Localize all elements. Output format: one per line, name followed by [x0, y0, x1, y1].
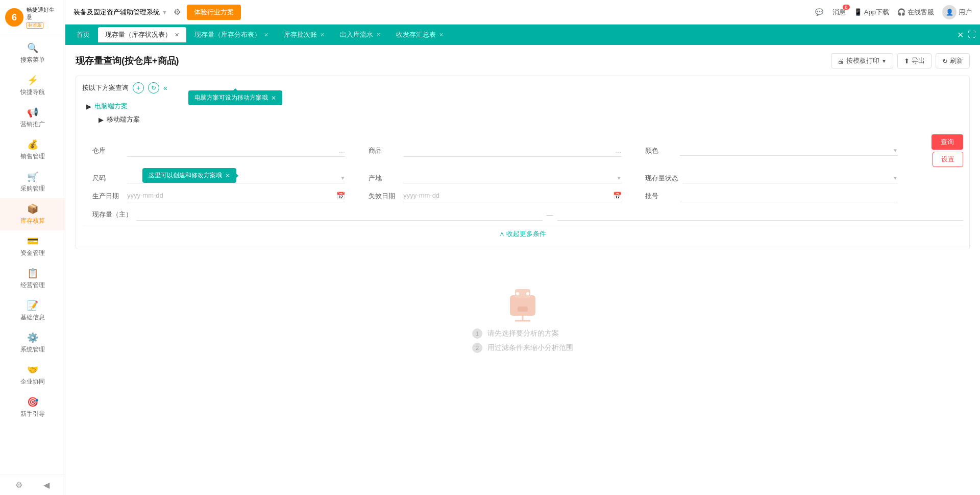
product-input[interactable]: … — [403, 145, 621, 157]
tab-inventory-dist[interactable]: 现存量（库存分布表） ✕ — [187, 27, 276, 42]
sidebar-item-operations[interactable]: 📋 经营管理 — [0, 263, 65, 295]
fullscreen-icon[interactable]: ⛶ — [968, 30, 976, 39]
tab-inventory-status[interactable]: 现存量（库存状况表） ✕ — [98, 27, 186, 42]
inventory-icon: 📦 — [27, 203, 38, 215]
phone-icon: 📱 — [854, 8, 862, 16]
sidebar-item-sales[interactable]: 💰 销售管理 — [0, 134, 65, 166]
tab-bar-right: ✕ ⛶ — [957, 30, 976, 40]
refresh-icon: ↻ — [942, 57, 948, 65]
svg-rect-4 — [518, 307, 528, 312]
sales-icon: 💰 — [27, 139, 38, 150]
calendar-icon: 📅 — [336, 192, 345, 200]
tab-batch-ledger[interactable]: 库存批次账 ✕ — [277, 27, 332, 42]
export-button[interactable]: ⬆ 导出 — [897, 53, 932, 68]
tab-in-out-flow[interactable]: 出入库流水 ✕ — [333, 27, 388, 42]
refresh-button[interactable]: ↻ 刷新 — [936, 53, 970, 68]
flash-icon: ⚡ — [27, 75, 38, 86]
sidebar-item-marketing[interactable]: 📢 营销推广 — [0, 102, 65, 134]
tab-close-icon[interactable]: ✕ — [264, 32, 268, 38]
tab-close-icon[interactable]: ✕ — [439, 32, 444, 38]
sidebar-item-search[interactable]: 🔍 搜索菜单 — [0, 37, 65, 69]
inventory-qty-max-input[interactable] — [557, 208, 964, 221]
filter-section: 电脑方案可设为移动方案哦 ✕ 这里可以创建和修改方案哦 ✕ 按以下方案查询 + … — [76, 76, 970, 249]
filter-back-button[interactable]: « — [163, 84, 167, 92]
tab-label: 现存量（库存状况表） — [105, 30, 172, 39]
message-item[interactable]: 💬 8 消息 — [815, 8, 846, 17]
online-support-item[interactable]: 🎧 在线客服 — [897, 8, 934, 17]
basic-icon: 📝 — [27, 300, 38, 311]
footer-settings-icon[interactable]: ⚙ — [15, 480, 22, 490]
svg-point-3 — [526, 292, 529, 295]
field-inventory-status: 现存量状态 ▼ — [645, 173, 898, 183]
header-settings-icon[interactable]: ⚙ — [174, 7, 181, 17]
page-title-bar: 现存量查询(按仓库+商品) 🖨 按模板打印 ▼ ⬆ 导出 ↻ 刷新 — [76, 53, 970, 68]
tab-label: 收发存汇总表 — [396, 30, 436, 39]
field-inventory-qty: 现存量（主） — — [92, 208, 963, 221]
inventory-qty-min-input[interactable] — [136, 208, 543, 221]
empty-state-icon — [500, 280, 546, 326]
sidebar-item-label: 采购管理 — [20, 184, 45, 193]
sidebar-item-label: 企业协同 — [20, 378, 45, 386]
batch-no-input[interactable] — [680, 190, 898, 202]
color-select[interactable]: ▼ — [680, 146, 898, 156]
sidebar-item-label: 库存核算 — [20, 217, 45, 225]
tab-home[interactable]: 首页 — [69, 27, 97, 42]
collapse-bar[interactable]: ∧ 收起更多条件 — [82, 225, 963, 243]
operations-icon: 📋 — [27, 268, 38, 279]
arrow-right-icon: ▶ — [86, 103, 91, 110]
app-download-item[interactable]: 📱 App下载 — [854, 8, 889, 17]
page-title: 现存量查询(按仓库+商品) — [76, 55, 179, 67]
sidebar-item-basic-info[interactable]: 📝 基础信息 — [0, 295, 65, 327]
expiry-date-input[interactable]: yyyy-mm-dd 📅 — [403, 190, 621, 202]
hint-number-1: 1 — [472, 328, 482, 339]
filter-add-button[interactable]: + — [133, 82, 144, 93]
user-item[interactable]: 👤 用户 — [942, 5, 972, 19]
footer-collapse-icon[interactable]: ◀ — [43, 480, 50, 490]
sidebar-item-system[interactable]: ⚙️ 系统管理 — [0, 327, 65, 359]
production-date-input[interactable]: yyyy-mm-dd 📅 — [127, 190, 345, 202]
search-button[interactable]: 查询 — [932, 134, 963, 150]
tab-close-icon[interactable]: ✕ — [320, 32, 325, 38]
sidebar-item-label: 营销推广 — [20, 120, 45, 129]
sidebar: 6 畅捷通好生意 标准版 🔍 搜索菜单 ⚡ 快捷导航 📢 营销推广 💰 销售管理… — [0, 0, 65, 495]
calendar-icon: 📅 — [613, 192, 622, 200]
scheme-mobile[interactable]: ▶ 移动端方案 — [82, 113, 963, 126]
print-button[interactable]: 🖨 按模板打印 ▼ — [831, 53, 893, 68]
scheme-popover: 电脑方案可设为移动方案哦 ✕ — [188, 90, 282, 105]
system-selector[interactable]: 装备及固定资产辅助管理系统 ▼ — [74, 8, 167, 17]
settings-button[interactable]: 设置 — [933, 152, 963, 167]
tab-receive-summary[interactable]: 收发存汇总表 ✕ — [389, 27, 451, 42]
message-icon: 💬 — [815, 8, 823, 16]
system-name: 装备及固定资产辅助管理系统 — [74, 8, 160, 17]
tab-close-icon[interactable]: ✕ — [376, 32, 381, 38]
chevron-down-icon: ▼ — [893, 175, 898, 181]
field-product: 商品 … — [369, 145, 621, 157]
chevron-up-icon: ∧ — [499, 230, 505, 238]
edit-popover: 这里可以创建和修改方案哦 ✕ — [142, 168, 236, 183]
sidebar-item-quick-nav[interactable]: ⚡ 快捷导航 — [0, 69, 65, 102]
finance-icon: 💳 — [27, 235, 38, 247]
popover-close-icon[interactable]: ✕ — [271, 95, 276, 102]
origin-select[interactable]: ▼ — [403, 173, 621, 183]
inventory-status-select[interactable]: ▼ — [682, 173, 898, 183]
edit-popover-close-icon[interactable]: ✕ — [225, 172, 230, 179]
sidebar-nav: 🔍 搜索菜单 ⚡ 快捷导航 📢 营销推广 💰 销售管理 🛒 采购管理 📦 库存核… — [0, 35, 65, 475]
sidebar-item-enterprise[interactable]: 🤝 企业协同 — [0, 359, 65, 391]
sidebar-item-inventory[interactable]: 📦 库存核算 — [0, 198, 65, 230]
field-expiry-date: 失效日期 yyyy-mm-dd 📅 — [369, 190, 621, 202]
filter-refresh-button[interactable]: ↻ — [148, 82, 159, 93]
marketing-icon: 📢 — [27, 107, 38, 118]
app-download-label: App下载 — [864, 8, 889, 17]
sidebar-item-finance[interactable]: 💳 资金管理 — [0, 230, 65, 263]
sidebar-item-label: 搜索菜单 — [20, 56, 45, 64]
support-icon: 🎧 — [897, 8, 905, 16]
user-avatar: 👤 — [942, 5, 957, 19]
close-all-icon[interactable]: ✕ — [957, 30, 964, 40]
tab-close-icon[interactable]: ✕ — [175, 32, 179, 38]
sidebar-item-guide[interactable]: 🎯 新手引导 — [0, 391, 65, 423]
sidebar-item-purchase[interactable]: 🛒 采购管理 — [0, 166, 65, 198]
sidebar-item-label: 基础信息 — [20, 313, 45, 322]
experience-button[interactable]: 体验行业方案 — [187, 5, 241, 20]
warehouse-input[interactable]: … — [127, 145, 345, 157]
sidebar-item-label: 资金管理 — [20, 249, 45, 257]
